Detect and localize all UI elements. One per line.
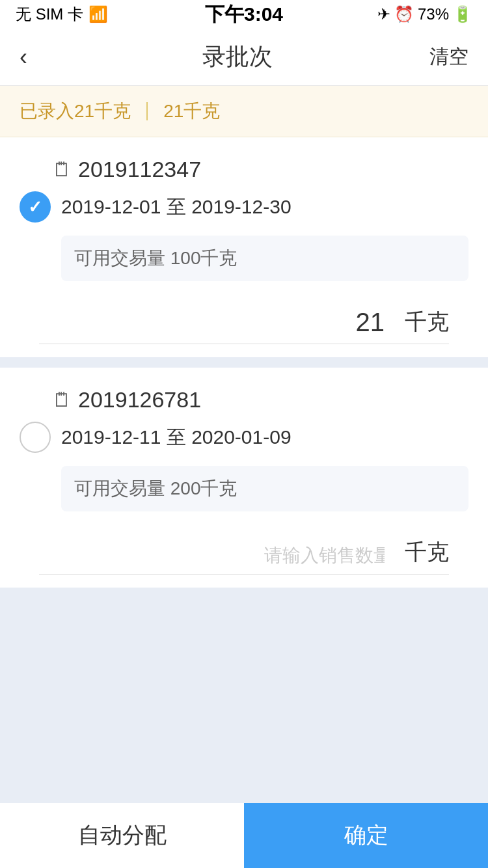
alarm-icon: ⏰ bbox=[394, 5, 414, 23]
auto-distribute-button[interactable]: 自动分配 bbox=[0, 803, 244, 868]
batch1-header: 🗒 2019112347 bbox=[20, 157, 468, 182]
summary-banner: 已录入21千克 21千克 bbox=[0, 86, 488, 137]
battery-icon: 🔋 bbox=[453, 5, 472, 23]
batch1-underline bbox=[39, 344, 449, 344]
carrier-text: 无 SIM 卡 bbox=[16, 4, 83, 25]
bottom-bar: 自动分配 确定 bbox=[0, 803, 488, 868]
location-icon: ✈ bbox=[377, 5, 390, 23]
nav-bar: ‹ 录批次 清空 bbox=[0, 29, 488, 86]
content-area: 已录入21千克 21千克 🗒 2019112347 2019-12-01 至 2… bbox=[0, 86, 488, 848]
summary-divider bbox=[146, 102, 148, 120]
status-time: 下午3:04 bbox=[205, 1, 283, 28]
recorded-label: 已录入21千克 bbox=[20, 99, 131, 124]
batch2-header: 🗒 2019126781 bbox=[20, 387, 468, 413]
batch2-checkbox[interactable] bbox=[20, 422, 51, 453]
batch-separator-1 bbox=[0, 357, 488, 368]
batch1-available: 可用交易量 100千克 bbox=[61, 236, 468, 281]
batch1-checkbox[interactable] bbox=[20, 191, 51, 223]
batch2-quantity-row: 千克 bbox=[20, 524, 468, 567]
batch-item-1: 🗒 2019112347 2019-12-01 至 2019-12-30 可用交… bbox=[0, 137, 488, 357]
confirm-button[interactable]: 确定 bbox=[244, 803, 488, 868]
batch1-quantity-row: 千克 bbox=[20, 294, 468, 337]
batch2-date-range: 2019-12-11 至 2020-01-09 bbox=[61, 424, 291, 451]
back-button[interactable]: ‹ bbox=[20, 44, 59, 71]
batch2-date-row: 2019-12-11 至 2020-01-09 bbox=[20, 422, 468, 453]
batch1-date-row: 2019-12-01 至 2019-12-30 bbox=[20, 191, 468, 223]
clear-button[interactable]: 清空 bbox=[416, 44, 468, 70]
status-left: 无 SIM 卡 📶 bbox=[16, 4, 108, 25]
status-bar: 无 SIM 卡 📶 下午3:04 ✈ ⏰ 73% 🔋 bbox=[0, 0, 488, 29]
batch1-id: 2019112347 bbox=[78, 157, 201, 182]
page-title: 录批次 bbox=[202, 41, 273, 73]
batch2-unit: 千克 bbox=[405, 537, 449, 567]
batch2-quantity-input[interactable] bbox=[264, 538, 394, 567]
batch2-id: 2019126781 bbox=[78, 387, 201, 413]
batch2-available: 可用交易量 200千克 bbox=[61, 466, 468, 511]
batch1-icon: 🗒 bbox=[52, 159, 72, 181]
wifi-icon: 📶 bbox=[88, 5, 108, 23]
status-right: ✈ ⏰ 73% 🔋 bbox=[377, 5, 472, 23]
batch-item-2: 🗒 2019126781 2019-12-11 至 2020-01-09 可用交… bbox=[0, 368, 488, 588]
batch1-quantity-input[interactable] bbox=[264, 308, 394, 337]
batch1-unit: 千克 bbox=[405, 307, 449, 337]
batch1-date-range: 2019-12-01 至 2019-12-30 bbox=[61, 194, 291, 221]
batch2-icon: 🗒 bbox=[52, 389, 72, 411]
batch2-underline bbox=[39, 574, 449, 575]
total-label: 21千克 bbox=[163, 99, 220, 124]
battery-text: 73% bbox=[418, 5, 449, 23]
